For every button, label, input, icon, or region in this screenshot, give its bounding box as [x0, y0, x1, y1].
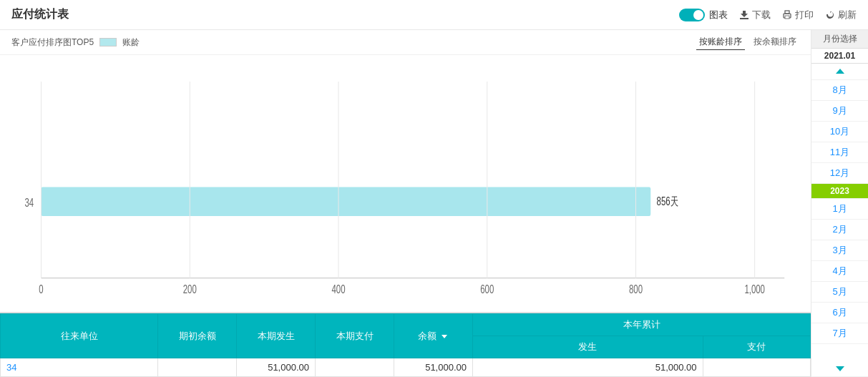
month-list: 8月 9月 10月 11月 12月 2023 1月 2月 3月 4月 5月 6月…	[811, 80, 868, 361]
bar-chart: 34 856天 0 200 400 600 800 1,000	[11, 61, 799, 309]
chart-container: 客户应付排序图TOP5 账龄 按账龄排序 按余额排序 34	[0, 30, 811, 377]
month-item-dec[interactable]: 12月	[811, 163, 868, 184]
sidebar-header: 月份选择	[811, 30, 868, 49]
toggle-label: 图表	[709, 9, 728, 21]
svg-text:800: 800	[629, 283, 643, 295]
chart-controls: 客户应付排序图TOP5 账龄 按账龄排序 按余额排序	[0, 30, 811, 55]
scroll-up-button[interactable]	[811, 64, 868, 80]
col-ytd-header: 本年累计	[473, 314, 811, 336]
month-item-nov[interactable]: 11月	[811, 142, 868, 163]
chart-toggle[interactable]: 图表	[679, 9, 728, 21]
svg-marker-20	[442, 335, 447, 338]
cell-ytd-pay	[703, 358, 810, 377]
toggle-thumb	[693, 10, 703, 20]
svg-text:400: 400	[331, 283, 345, 295]
col-current-pay-header: 本期支付	[316, 314, 394, 358]
vendor-link[interactable]: 34	[6, 362, 16, 373]
month-item-mar[interactable]: 3月	[811, 240, 868, 261]
svg-text:200: 200	[183, 283, 197, 295]
svg-rect-3	[785, 16, 789, 19]
sidebar-year-display[interactable]: 2021.01	[811, 49, 868, 64]
year-label-2023: 2023	[811, 184, 868, 199]
col-balance-header: 余额	[394, 314, 473, 358]
cell-vendor: 34	[1, 358, 158, 377]
sort-buttons: 按账龄排序 按余额排序	[696, 34, 799, 50]
svg-text:0: 0	[39, 283, 44, 295]
page-title: 应付统计表	[11, 7, 679, 22]
col-current-occur-header: 本期发生	[237, 314, 316, 358]
month-item-feb[interactable]: 2月	[811, 220, 868, 240]
month-item-may[interactable]: 5月	[811, 282, 868, 303]
svg-text:856天: 856天	[657, 195, 679, 207]
legend-box	[99, 38, 117, 46]
data-table: 往来单位 期初余额 本期发生 本期支付 余额 本年累计 发生	[0, 313, 811, 377]
svg-rect-5	[42, 187, 651, 215]
cell-current-occur: 51,000.00	[237, 358, 316, 377]
table-header-row: 往来单位 期初余额 本期发生 本期支付 余额 本年累计	[1, 314, 811, 336]
refresh-button[interactable]: 刷新	[825, 9, 857, 21]
download-button[interactable]: 下载	[739, 9, 771, 21]
month-item-jun[interactable]: 6月	[811, 303, 868, 323]
sort-by-balance-button[interactable]: 按余额排序	[751, 34, 799, 50]
svg-text:1,000: 1,000	[744, 283, 765, 295]
month-item-sep[interactable]: 9月	[811, 101, 868, 122]
month-item-apr[interactable]: 4月	[811, 261, 868, 282]
cell-ytd-occur: 51,000.00	[473, 358, 703, 377]
legend-title: 客户应付排序图TOP5	[11, 36, 94, 49]
svg-text:600: 600	[480, 283, 494, 295]
col-ytd-occur-header: 发生	[473, 336, 703, 358]
download-label: 下载	[752, 9, 771, 21]
app-container: 应付统计表 图表 下载 打印 刷新	[0, 0, 868, 377]
scroll-down-button[interactable]	[811, 361, 868, 377]
svg-marker-22	[836, 366, 844, 371]
main-content: 客户应付排序图TOP5 账龄 按账龄排序 按余额排序 34	[0, 30, 868, 377]
chart-area: 34 856天 0 200 400 600 800 1,000	[0, 55, 811, 312]
cell-current-pay	[316, 358, 394, 377]
table-row: 34 51,000.00 51,000.00 51,000.00	[1, 358, 811, 377]
cell-balance: 51,000.00	[394, 358, 473, 377]
header: 应付统计表 图表 下载 打印 刷新	[0, 0, 868, 30]
toggle-track[interactable]	[679, 9, 705, 21]
col-vendor-header: 往来单位	[1, 314, 158, 358]
cell-opening	[158, 358, 237, 377]
sort-icon	[440, 332, 449, 341]
chevron-up-icon	[835, 67, 845, 77]
chart-legend: 客户应付排序图TOP5 账龄	[11, 36, 140, 49]
table-section: 往来单位 期初余额 本期发生 本期支付 余额 本年累计 发生	[0, 312, 811, 377]
header-actions: 图表 下载 打印 刷新	[679, 9, 857, 21]
month-item-jul[interactable]: 7月	[811, 323, 868, 344]
svg-rect-0	[740, 18, 748, 19]
col-opening-header: 期初余额	[158, 314, 237, 358]
svg-marker-21	[836, 69, 844, 74]
print-button[interactable]: 打印	[782, 9, 814, 21]
sidebar: 月份选择 2021.01 8月 9月 10月 11月 12月 2023 1月 2…	[811, 30, 868, 377]
chevron-down-icon	[835, 363, 845, 373]
month-item-aug[interactable]: 8月	[811, 80, 868, 101]
download-icon	[739, 10, 749, 20]
print-icon	[782, 10, 792, 20]
chart-section: 客户应付排序图TOP5 账龄 按账龄排序 按余额排序 34	[0, 30, 811, 312]
col-ytd-pay-header: 支付	[703, 336, 810, 358]
svg-rect-2	[785, 11, 789, 14]
print-label: 打印	[795, 9, 814, 21]
month-item-oct[interactable]: 10月	[811, 122, 868, 142]
svg-text:34: 34	[24, 196, 34, 209]
refresh-icon	[825, 10, 835, 20]
sort-by-age-button[interactable]: 按账龄排序	[696, 34, 745, 50]
month-item-jan[interactable]: 1月	[811, 199, 868, 220]
refresh-label: 刷新	[838, 9, 857, 21]
legend-label: 账龄	[122, 36, 140, 49]
